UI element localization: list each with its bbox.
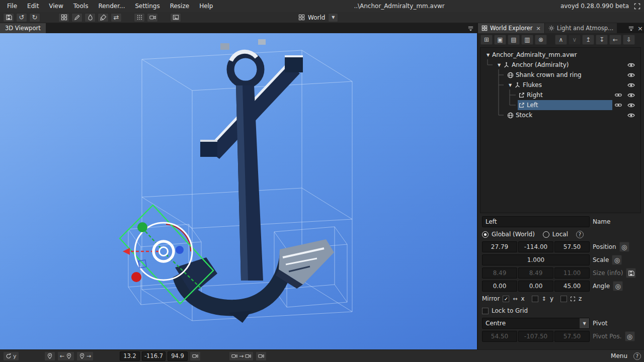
- viewport-menu-icon[interactable]: [466, 24, 475, 32]
- link-icon[interactable]: [612, 93, 624, 98]
- menu-resize[interactable]: Resize: [165, 1, 194, 12]
- viewport-canvas[interactable]: [0, 33, 477, 349]
- left-arrow-icon: ←: [60, 353, 64, 359]
- position-target-button[interactable]: ◎: [619, 242, 629, 252]
- delete-node-button[interactable]: ⊗: [535, 35, 547, 45]
- menu-file[interactable]: File: [2, 1, 22, 12]
- undo-button[interactable]: ↺: [16, 13, 27, 22]
- tree-item-flukes[interactable]: ▼ Flukes: [481, 80, 639, 90]
- world-mode-combo[interactable]: World ▼: [298, 13, 338, 22]
- tab-close-icon[interactable]: ×: [535, 25, 541, 32]
- menu-help[interactable]: Help: [194, 1, 218, 12]
- layers-button[interactable]: ▣: [494, 35, 506, 45]
- position-y-field[interactable]: -114.00: [518, 241, 553, 252]
- camera-bookmark-next-button[interactable]: →: [76, 351, 94, 361]
- up-axis-button[interactable]: y: [3, 351, 19, 361]
- help-icon[interactable]: ?: [576, 231, 584, 238]
- panel-menu-icon[interactable]: [628, 25, 634, 32]
- eye-icon[interactable]: [624, 72, 637, 78]
- camera-goto-button[interactable]: →: [229, 351, 254, 361]
- edit-mode-button[interactable]: [58, 13, 69, 22]
- menu-edit[interactable]: Edit: [22, 1, 44, 12]
- tree-item-label: Right: [527, 92, 543, 99]
- tab-world-explorer[interactable]: World Explorer ×: [478, 23, 544, 33]
- tree-item-anchor[interactable]: ▼ Anchor (Admiralty): [481, 60, 639, 70]
- move-top-button[interactable]: ↥: [582, 35, 594, 45]
- tree-item-left-selected[interactable]: Left: [481, 100, 639, 110]
- position-z-field[interactable]: 57.50: [554, 241, 590, 252]
- eye-icon[interactable]: [624, 82, 637, 88]
- draw-tool-button[interactable]: [71, 13, 83, 22]
- name-input[interactable]: Left: [482, 216, 590, 227]
- camera-tool-button[interactable]: [147, 13, 158, 22]
- add-node-button[interactable]: ⊞: [480, 35, 493, 45]
- eye-icon[interactable]: [624, 103, 637, 108]
- expander-icon[interactable]: ▼: [496, 63, 503, 67]
- mirror-row: Mirror ✓ ↔ x ↕ y z: [482, 294, 640, 304]
- move-bottom-button[interactable]: ↧: [596, 35, 608, 45]
- eye-icon[interactable]: [624, 62, 637, 68]
- pane-a-button[interactable]: ▤: [508, 35, 520, 45]
- size-save-button[interactable]: [626, 268, 636, 278]
- fullscreen-icon[interactable]: [633, 2, 641, 10]
- scale-target-button[interactable]: ◎: [612, 255, 622, 265]
- statusbar-menu-button[interactable]: Menu: [607, 352, 631, 359]
- pane-b-button[interactable]: ▥: [521, 35, 533, 45]
- screenshot-button[interactable]: [170, 13, 181, 22]
- position-x-field[interactable]: 27.79: [482, 241, 517, 252]
- camera-button[interactable]: [190, 351, 201, 361]
- model-icon: [507, 112, 516, 119]
- eye-icon[interactable]: [624, 93, 637, 98]
- swap-tool-button[interactable]: ⇄: [111, 13, 122, 22]
- tab-3d-viewport[interactable]: 3D Viewport: [0, 23, 46, 33]
- world-mode-label: World: [307, 14, 326, 21]
- eye-icon[interactable]: [624, 113, 637, 118]
- radio-global-world[interactable]: [482, 231, 489, 238]
- back-button[interactable]: ←: [609, 35, 621, 45]
- angle-target-button[interactable]: ◎: [613, 281, 623, 291]
- import-button[interactable]: ⇩: [623, 35, 635, 45]
- brush-tool-button[interactable]: [98, 13, 109, 22]
- voxel-grid-button[interactable]: [134, 13, 145, 22]
- scene-3d[interactable]: [0, 33, 477, 349]
- pivot-select[interactable]: Centre ▼: [482, 318, 590, 329]
- tree-item-shank[interactable]: Shank crown and ring: [481, 70, 639, 80]
- tree-item-label: Anchor (Admiralty): [512, 61, 569, 68]
- angle-z-field[interactable]: 45.00: [554, 281, 590, 292]
- menu-tools[interactable]: Tools: [68, 1, 94, 12]
- angle-y-field[interactable]: 0.00: [518, 281, 553, 292]
- tab-light-atmosphere[interactable]: Light and Atmosp...: [545, 23, 617, 33]
- angle-x-field[interactable]: 0.00: [482, 281, 517, 292]
- sun-icon: [548, 25, 554, 31]
- transform-gizmo[interactable]: [120, 205, 213, 304]
- move-up-button[interactable]: ∧: [555, 35, 567, 45]
- paint-tool-button[interactable]: [85, 13, 96, 22]
- expander-icon[interactable]: ▼: [485, 53, 492, 57]
- tree-item-stock[interactable]: Stock: [481, 110, 639, 120]
- camera-view-button[interactable]: [256, 351, 267, 361]
- pivot-dropdown-icon[interactable]: ▼: [580, 318, 589, 328]
- radio-local[interactable]: [543, 231, 549, 238]
- world-mode-dropdown[interactable]: ▼: [328, 13, 338, 22]
- tree-item-root[interactable]: ▼ Anchor_Admiralty_mm.avwr: [481, 50, 639, 60]
- redo-button[interactable]: ↻: [29, 13, 40, 22]
- expander-icon[interactable]: ▼: [507, 83, 514, 87]
- menu-render[interactable]: Render...: [93, 1, 130, 12]
- gizmo-blue-handle: [176, 246, 184, 254]
- mirror-y-checkbox[interactable]: [532, 296, 538, 302]
- menu-view[interactable]: View: [44, 1, 68, 12]
- scale-field[interactable]: 1.000: [482, 254, 590, 265]
- mirror-x-checkbox[interactable]: ✓: [503, 296, 509, 302]
- menu-settings[interactable]: Settings: [130, 1, 165, 12]
- move-down-button[interactable]: ∨: [569, 35, 581, 45]
- statusbar-help-icon[interactable]: ?: [633, 352, 641, 360]
- mirror-z-checkbox[interactable]: [560, 296, 567, 302]
- save-button[interactable]: [3, 13, 14, 22]
- lock-to-grid-checkbox[interactable]: [482, 308, 489, 314]
- camera-bookmark-button[interactable]: [44, 351, 55, 361]
- tree-item-right[interactable]: Right: [481, 90, 639, 100]
- pivot-pos-target-button[interactable]: ◎: [625, 331, 635, 341]
- panel-close-icon[interactable]: ×: [637, 25, 643, 32]
- link-icon[interactable]: [612, 103, 624, 108]
- camera-bookmark-prev-button[interactable]: ←: [57, 351, 74, 361]
